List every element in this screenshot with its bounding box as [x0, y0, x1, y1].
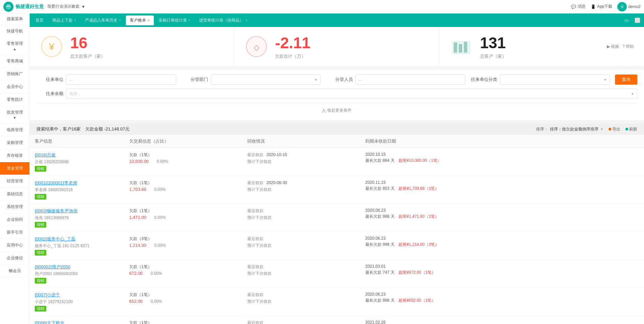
app-icon: 📱 [591, 4, 596, 9]
collapse-icon: ⋀ [322, 108, 326, 113]
stat-info-total-customers: 131 总客户（家） [480, 34, 506, 59]
user-label: demo2 [628, 4, 641, 9]
return-info-cell: 最近收款 预计下次收款 [247, 320, 365, 324]
stat-card-total-customers: 131 总客户（家） ▶ 视频 ? 帮助 [440, 27, 644, 66]
sidebar-item-retail-stats[interactable]: 零售统计 [0, 93, 29, 106]
tab-home[interactable]: 首页 [31, 16, 48, 25]
sidebar-item-member[interactable]: 会员中心 [0, 81, 29, 93]
sidebar-item-retail-store[interactable]: 零售商城 [0, 55, 29, 68]
sidebar-item-ops[interactable]: 经营管理 [0, 175, 29, 188]
customer-tag: 现销 [35, 278, 46, 284]
message-btn[interactable]: 💬 消息 [571, 4, 586, 9]
query-button[interactable]: 查询 [615, 75, 637, 85]
sidebar-item-ecommerce[interactable]: 电商管理 [0, 124, 29, 137]
customer-name-link[interactable]: [000002]用户2050 [35, 264, 129, 270]
sidebar-item-purchase[interactable]: 采购管理 [0, 137, 29, 149]
refresh-btn[interactable]: 刷新 [625, 126, 637, 132]
col-header-debt: 欠交易信息（占比） [129, 138, 247, 144]
customer-name-link[interactable]: [0002]服务中心_丁磊 [35, 236, 129, 242]
video-icon: ▶ [607, 44, 610, 49]
export-label: 导出 [612, 126, 620, 132]
customer-info-cell: [0007]小进干 小进干 18279152100 现销 [35, 292, 129, 312]
filter-item-unit-category: 往来单位分类 ▼ [470, 75, 610, 85]
filter-select-unit-category[interactable]: ▼ [500, 75, 610, 85]
quick-nav-item[interactable]: 快捷导航 [0, 25, 29, 37]
total-customers-icon [450, 35, 473, 58]
customer-tag: 现销 [35, 194, 46, 200]
tab-product-off[interactable]: 商品上下架 × [48, 16, 80, 25]
tab-minimize-btn[interactable]: ▭ [622, 17, 631, 24]
results-info: 搜索结果中，客户16家 欠款金额 -21,148.07元 排序： 排序：按欠款金… [30, 123, 644, 135]
export-icon [609, 128, 611, 130]
logo-area: 畅捷通好生意 [3, 2, 44, 12]
sidebar-item-inventory[interactable]: 库存核算 [0, 149, 29, 162]
filter-select-dept[interactable]: ▼ [211, 75, 321, 85]
customer-name-link[interactable]: [0007]小进干 [35, 292, 129, 298]
sidebar-item-apps[interactable]: 应用中心 [0, 239, 29, 252]
svg-text:◇: ◇ [253, 43, 259, 52]
tab-product-off-label: 商品上下架 [52, 18, 73, 23]
results-text: 搜索结果中，客户16家 [36, 126, 81, 131]
tab-purchase-order-stats[interactable]: 采购订单统计表 × [155, 16, 195, 25]
tab-purchase-order-stats-close[interactable]: × [189, 19, 191, 22]
app-download-btn[interactable]: 📱 App下载 [591, 4, 612, 9]
return-info-cell: 最近收款 2020-10-15 预计下次收款 [247, 152, 365, 165]
collapse-btn[interactable]: ⋀ 收起更多条件 [36, 106, 637, 115]
logo-icon [3, 2, 13, 12]
customer-name-link[interactable]: [0006]去下粮仓 [35, 320, 129, 324]
sort-arrow-icon: ▼ [600, 127, 604, 131]
stat-value-debt-customers: 16 [70, 34, 105, 52]
app-label: App下载 [597, 4, 612, 9]
dept-arrow-icon: ▼ [314, 78, 318, 82]
filter-item-dept: 分管部门 ▼ [181, 75, 321, 85]
quick-nav-label: 快捷导航 [7, 29, 23, 33]
tab-customer-account-close[interactable]: × [148, 19, 150, 22]
customer-info-cell: [000002]用户2050 用户2050 18665062050 现销 [35, 264, 129, 284]
filter-input-from-unit[interactable]: ... [66, 75, 176, 85]
sidebar-item-system[interactable]: 系统管理 [0, 201, 29, 213]
sidebar-search[interactable]: 搜索菜单 [0, 13, 29, 25]
tab-bar: 首页 商品上下架 × 产成品入库单历史 × 客户账本 × 采购订单统计表 × [30, 13, 644, 27]
tab-purchase-stats-close[interactable]: × [245, 19, 247, 22]
filter-label-person: 分管人员 [326, 77, 353, 83]
sidebar-item-finance[interactable]: 资金管理 [0, 162, 29, 175]
filter-label-balance: 往来余额 [36, 91, 63, 97]
table-row: [0007]小进干 小进干 18279152100 现销 欠款（1笔） 652.… [30, 288, 644, 316]
sidebar-item-wechat[interactable]: 企业微信 [0, 252, 29, 265]
stat-action-video[interactable]: ▶ 视频 [607, 44, 619, 50]
sort-select[interactable]: 排序： 排序：按欠款金额倒序排序 ▼ [536, 126, 604, 132]
debt-info-cell: 欠款（1笔） 652.00 0.00% [129, 292, 247, 304]
overdue-cell: 2021.02.26 最长欠款 750 天 超期¥455.90（1笔） [365, 320, 639, 324]
customer-info-cell: [0003]畅捷服务尹海燕 海燕 18513066976 现销 [35, 208, 129, 228]
search-label[interactable]: 搜索菜单 [7, 17, 23, 21]
tab-product-off-close[interactable]: × [74, 19, 76, 22]
sidebar-item-marketing[interactable]: 营销推广 [0, 68, 29, 81]
filter-row-1: 往来单位 ... 分管部门 ▼ [36, 75, 637, 85]
customer-name-link[interactable]: [0003]畅捷服务尹海燕 [35, 208, 129, 214]
tab-product-history[interactable]: 产成品入库单历史 × [81, 16, 125, 25]
table-row: [00010200001]李老师 李老师 18600391516 现销 欠款（1… [30, 176, 644, 204]
table-header: 客户信息 欠交易信息（占比） 回收情况 到期未收款日期 [30, 135, 644, 148]
tab-product-history-close[interactable]: × [119, 19, 121, 22]
stat-card-debt-amount: ◇ -2.11 欠款合计（万） [234, 27, 439, 66]
filter-item-person: 分管人员 ... [326, 75, 466, 85]
filter-select-balance[interactable]: 选择... ▼ [66, 89, 637, 99]
store-select[interactable]: 母婴行业演示账套 ▼ [47, 4, 85, 9]
tab-purchase-stats[interactable]: 进货单统计表（按商品） × [195, 16, 251, 25]
export-btn[interactable]: 导出 [609, 126, 620, 132]
refresh-label: 刷新 [629, 126, 637, 132]
user-btn[interactable]: d demo2 [617, 2, 641, 11]
sidebar-item-wholesale-mgmt[interactable]: 批发管理 ▼ [0, 106, 29, 124]
customer-name-link[interactable]: [00010200001]李老师 [35, 180, 129, 186]
tab-product-history-label: 产成品入库单历史 [85, 18, 117, 23]
tab-maximize-btn[interactable]: ⬜ [633, 17, 642, 24]
sidebar-item-retail-mgmt[interactable]: 零售管理 ▲ [0, 37, 29, 55]
sidebar-item-enterprise[interactable]: 企业协同 [0, 213, 29, 226]
sidebar-item-vip[interactable]: 畅会员 [0, 265, 29, 277]
sidebar-item-guide[interactable]: 新手引导 [0, 226, 29, 239]
customer-name-link[interactable]: [0016]吕俊 [35, 152, 129, 158]
tab-customer-account[interactable]: 客户账本 × [126, 16, 154, 25]
stat-action-help[interactable]: ? 帮助 [622, 44, 634, 50]
sidebar-item-basic[interactable]: 基础信息 [0, 188, 29, 201]
filter-input-person[interactable]: ... [356, 75, 466, 85]
